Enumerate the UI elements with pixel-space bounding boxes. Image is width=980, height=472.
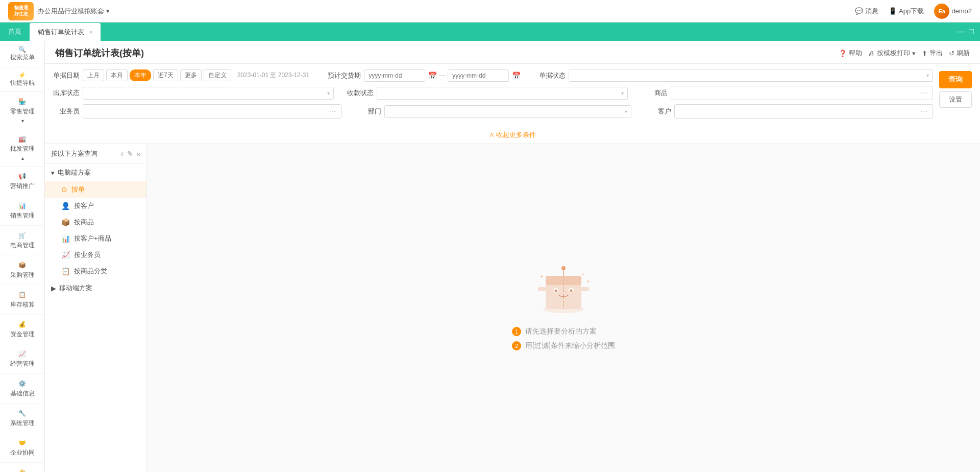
edit-scheme-icon[interactable]: ✎ [127, 150, 133, 158]
help-button[interactable]: ❓ 帮助 [839, 49, 862, 58]
salesman-input[interactable]: ··· [83, 104, 341, 119]
print-template-button[interactable]: 🖨 按模板打印 ▾ [868, 49, 916, 58]
sidebar-item-purchase[interactable]: 📦 采购管理 [0, 255, 44, 285]
app-selector[interactable]: 办公用品行业模拟账套 ▾ [38, 7, 110, 16]
expected-end-input[interactable] [448, 69, 509, 82]
tip-text-2: 用[过滤]条件来缩小分析范围 [525, 341, 615, 350]
customer-input[interactable]: ··· [674, 104, 933, 119]
pc-group-arrow-icon: ▾ [51, 169, 55, 177]
add-scheme-icon[interactable]: + [120, 150, 124, 158]
operations-icon: 📈 [18, 350, 26, 358]
goods-input[interactable]: ··· [671, 86, 933, 100]
date-btn-thisyear[interactable]: 本年 [130, 69, 151, 81]
window-minimize-icon[interactable]: — [957, 27, 965, 36]
scheme-mobile-group[interactable]: ▶ 移动端方案 [45, 279, 146, 297]
dept-label: 部门 [355, 107, 381, 116]
sales-icon: 📊 [18, 202, 26, 209]
messages-button[interactable]: 💬 消息 [855, 7, 878, 16]
mobile-group-arrow-icon: ▶ [51, 285, 56, 292]
marketing-icon: 📢 [18, 173, 26, 180]
tab-sales-order-stats[interactable]: 销售订单统计表 × [30, 23, 101, 41]
export-button[interactable]: ⬆ 导出 [922, 49, 943, 58]
status-select-wrap: ▾ [569, 69, 933, 82]
sidebar-search-label: 搜索菜单 [4, 53, 40, 62]
phone-icon: 📱 [889, 7, 897, 15]
sidebar-item-finance[interactable]: 💰 资金管理 [0, 315, 44, 344]
sidebar-basic-label: 基础信息 [10, 389, 35, 398]
window-maximize-icon[interactable]: □ [969, 27, 974, 36]
refresh-button[interactable]: ↺ 刷新 [949, 49, 970, 58]
scheme-item-by-salesman[interactable]: 📈 按业务员 [45, 247, 146, 263]
collapse-bar[interactable]: ∧ 收起更多条件 [45, 126, 980, 144]
salesman-more-icon[interactable]: ··· [329, 107, 335, 116]
sidebar: 🔍 搜索菜单 ⚡ 快捷导航 🏪 零售管理 ▾ 🏭 批发管理 ▴ 📢 营销推广 📊… [0, 41, 45, 472]
page-actions: ❓ 帮助 🖨 按模板打印 ▾ ⬆ 导出 ↺ 刷新 [839, 49, 970, 58]
date-btn-more[interactable]: 更多 [180, 69, 202, 81]
filter-rows-main: 单据日期 上月 本月 本年 近7天 更多 自定义 2023-01-01 至 20… [53, 69, 933, 123]
filter-inner: 单据日期 上月 本月 本年 近7天 更多 自定义 2023-01-01 至 20… [45, 64, 980, 126]
collapse-scheme-icon[interactable]: « [136, 150, 140, 158]
sidebar-item-inventory[interactable]: 📋 库存核算 [0, 285, 44, 315]
search-icon: 🔍 [4, 46, 40, 53]
print-arrow-icon: ▾ [912, 50, 916, 57]
calendar-start-icon: 📅 [428, 72, 437, 80]
customer-more-icon[interactable]: ··· [921, 107, 927, 116]
by-goods-category-icon: 📋 [61, 267, 70, 275]
sidebar-operations-label: 经营管理 [10, 360, 35, 368]
expected-start-input[interactable] [364, 69, 425, 82]
app-download-button[interactable]: 📱 App下载 [889, 7, 924, 16]
receipt-status-select[interactable] [377, 87, 628, 100]
mobile-group-label: 移动端方案 [59, 284, 92, 293]
scheme-pc-group-title[interactable]: ▾ 电脑端方案 [45, 164, 146, 181]
avatar-text: Ea [939, 8, 945, 14]
user-profile[interactable]: Ea demo2 [934, 4, 972, 19]
goods-more-icon[interactable]: ··· [921, 88, 927, 98]
by-salesman-label: 按业务员 [74, 250, 101, 259]
date-btn-thismonth[interactable]: 本月 [106, 69, 128, 81]
by-salesman-icon: 📈 [61, 251, 70, 259]
out-status-select[interactable] [83, 87, 334, 100]
svg-text:✦: ✦ [540, 274, 544, 279]
sidebar-search[interactable]: 🔍 搜索菜单 [0, 41, 44, 67]
sidebar-item-operations[interactable]: 📈 经营管理 [0, 344, 44, 374]
sidebar-quick-nav[interactable]: ⚡ 快捷导航 [0, 67, 44, 92]
empty-illustration: ✦ ✦ ✦ [530, 261, 597, 317]
sidebar-item-newuser[interactable]: 👋 新手引导 [0, 463, 44, 472]
chevron-icon: ▾ [21, 118, 24, 124]
page-title: 销售订单统计表(按单) [55, 47, 144, 59]
print-icon: 🖨 [868, 50, 875, 57]
filter-row-1: 单据日期 上月 本月 本年 近7天 更多 自定义 2023-01-01 至 20… [53, 69, 933, 82]
sidebar-inventory-label: 库存核算 [10, 300, 35, 309]
by-goods-label: 按商品 [74, 218, 94, 227]
dept-select[interactable] [384, 105, 632, 118]
sidebar-item-wholesale[interactable]: 🏭 批发管理 ▴ [0, 129, 44, 167]
scheme-item-by-order[interactable]: ⊙ 按单 [45, 181, 146, 198]
query-button[interactable]: 查询 [939, 71, 972, 88]
tab-close-icon[interactable]: × [89, 29, 92, 35]
messages-label: 消息 [865, 7, 878, 16]
sidebar-item-system[interactable]: 🔧 系统管理 [0, 404, 44, 433]
sidebar-item-retail[interactable]: 🏪 零售管理 ▾ [0, 92, 44, 129]
empty-tips: 1 请先选择要分析的方案 2 用[过滤]条件来缩小分析范围 [512, 327, 615, 356]
status-select[interactable] [569, 69, 933, 82]
receipt-status-label: 收款状态 [347, 88, 374, 98]
sidebar-item-ecommerce[interactable]: 🛒 电商管理 [0, 226, 44, 255]
username: demo2 [951, 7, 972, 15]
scheme-item-by-customer[interactable]: 👤 按客户 [45, 198, 146, 214]
date-btn-custom[interactable]: 自定义 [204, 69, 231, 81]
settings-button[interactable]: 设置 [939, 91, 972, 108]
sidebar-item-basic[interactable]: ⚙️ 基础信息 [0, 374, 44, 404]
expected-date-label: 预计交货期 [328, 71, 361, 80]
sidebar-item-marketing[interactable]: 📢 营销推广 [0, 167, 44, 196]
scheme-item-by-goods-category[interactable]: 📋 按商品分类 [45, 263, 146, 279]
sidebar-item-sales[interactable]: 📊 销售管理 [0, 196, 44, 226]
sidebar-item-enterprise[interactable]: 🤝 企业协同 [0, 433, 44, 463]
date-btn-lastmonth[interactable]: 上月 [83, 69, 104, 81]
scheme-item-by-goods[interactable]: 📦 按商品 [45, 214, 146, 230]
scheme-item-by-customer-goods[interactable]: 📊 按客户+商品 [45, 230, 146, 247]
by-order-label: 按单 [71, 185, 85, 194]
tab-home[interactable]: 首页 [0, 22, 30, 41]
tab-active-label: 销售订单统计表 [38, 28, 84, 37]
date-btn-7days[interactable]: 近7天 [153, 69, 178, 81]
svg-point-7 [570, 290, 573, 292]
